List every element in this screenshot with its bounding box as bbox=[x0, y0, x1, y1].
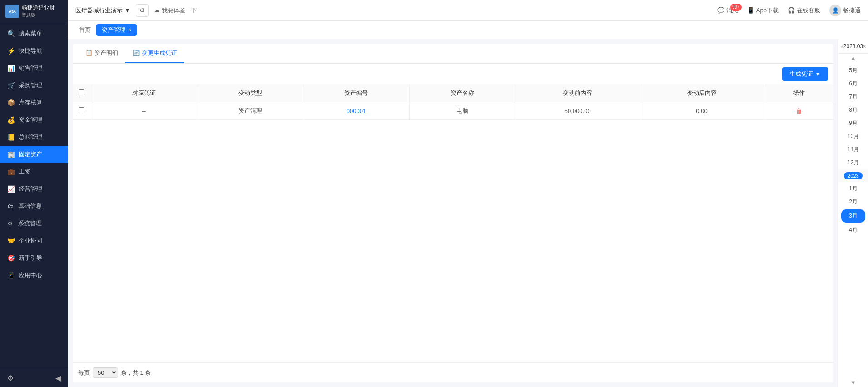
sidebar-item-ledger[interactable]: 📒总账管理 bbox=[0, 129, 68, 146]
sub-tabs: 📋 资产明细 🔄 变更生成凭证 bbox=[73, 44, 833, 64]
calendar-month-5月[interactable]: 5月 bbox=[838, 64, 868, 77]
col-action: 操作 bbox=[764, 84, 833, 102]
message-badge: 99+ bbox=[730, 4, 742, 11]
sidebar: AtA 畅捷通好业财 普及版 🔍搜索菜单⚡快捷导航📊销售管理🛒采购管理📦库存核算… bbox=[0, 0, 68, 387]
sidebar-item-operations[interactable]: 📈经营管理 bbox=[0, 180, 68, 198]
calendar-month-11月[interactable]: 11月 bbox=[838, 143, 868, 156]
chevron-down-icon: ▼ bbox=[850, 379, 856, 386]
per-page-select[interactable]: 102050100 bbox=[93, 367, 118, 378]
base-info-icon: 🗂 bbox=[7, 203, 15, 210]
cell-action: 🗑 bbox=[764, 102, 833, 120]
sales-icon: 📊 bbox=[7, 64, 15, 72]
gear-icon: ⚙ bbox=[139, 7, 145, 14]
sidebar-item-inventory[interactable]: 📦库存核算 bbox=[0, 94, 68, 111]
sidebar-item-app-center[interactable]: 📱应用中心 bbox=[0, 267, 68, 284]
sub-tab-voucher-gen[interactable]: 🔄 变更生成凭证 bbox=[125, 44, 184, 63]
purchase-icon: 🛒 bbox=[7, 82, 15, 89]
calendar-month-8月[interactable]: 8月 bbox=[838, 104, 868, 117]
sidebar-item-sales[interactable]: 📊销售管理 bbox=[0, 60, 68, 77]
select-all-checkbox[interactable] bbox=[79, 89, 84, 95]
headset-icon: 🎧 bbox=[788, 7, 795, 14]
calendar-2023-month-2月[interactable]: 2月 bbox=[838, 195, 868, 208]
avatar: 👤 bbox=[829, 5, 841, 16]
calendar-month-10月[interactable]: 10月 bbox=[838, 130, 868, 143]
sidebar-item-base-info[interactable]: 🗂基础信息 bbox=[0, 198, 68, 215]
calendar-2023-month-4月[interactable]: 4月 bbox=[838, 223, 868, 237]
calendar-month-7月[interactable]: 7月 bbox=[838, 90, 868, 104]
tab-bar: 首页 资产管理 × bbox=[68, 21, 868, 39]
sidebar-label-inventory: 库存核算 bbox=[19, 99, 42, 107]
sidebar-item-sys-manage[interactable]: ⚙系统管理 bbox=[0, 215, 68, 232]
sidebar-label-finance: 资金管理 bbox=[19, 116, 42, 124]
enterprise-icon: 🤝 bbox=[7, 237, 15, 244]
calendar-panel: ⤢ 2023.03 × ▲ 5月6月7月8月9月10月11月12月20231月2… bbox=[838, 39, 868, 387]
user-profile[interactable]: 👤 畅捷通 bbox=[829, 5, 861, 16]
settings-button[interactable]: ⚙ bbox=[136, 4, 149, 17]
app-edition: 普及版 bbox=[22, 12, 55, 18]
calendar-up-btn[interactable]: ▲ bbox=[838, 54, 868, 62]
sidebar-label-ledger: 总账管理 bbox=[19, 133, 42, 141]
calendar-month-6月[interactable]: 6月 bbox=[838, 77, 868, 90]
sidebar-label-operations: 经营管理 bbox=[19, 185, 42, 193]
change-icon: 🔄 bbox=[133, 50, 140, 56]
app-name: 畅捷通好业财 bbox=[22, 5, 55, 12]
sidebar-item-finance[interactable]: 💰资金管理 bbox=[0, 111, 68, 129]
tab-asset-management[interactable]: 资产管理 × bbox=[96, 24, 137, 36]
calendar-close-icon[interactable]: × bbox=[863, 43, 866, 50]
sidebar-item-fixed-assets[interactable]: 🏢固定资产 bbox=[0, 146, 68, 163]
col-asset-code: 资产编号 bbox=[303, 84, 410, 102]
year-badge-2023: 2023 bbox=[844, 172, 862, 179]
cell-after: 0.00 bbox=[640, 102, 764, 120]
sub-tab-asset-list[interactable]: 📋 资产明细 bbox=[78, 44, 125, 63]
inventory-icon: 📦 bbox=[7, 99, 15, 106]
sidebar-item-purchase[interactable]: 🛒采购管理 bbox=[0, 77, 68, 94]
fixed-assets-icon: 🏢 bbox=[7, 151, 15, 158]
content-main: 📋 资产明细 🔄 变更生成凭证 生成凭证 ▼ bbox=[68, 39, 838, 387]
sidebar-item-enterprise[interactable]: 🤝企业协同 bbox=[0, 232, 68, 249]
sidebar-item-salary[interactable]: 💼工资 bbox=[0, 163, 68, 180]
data-table: 对应凭证 变动类型 资产编号 资产名称 变动前内容 变动后内容 操作 bbox=[73, 84, 833, 120]
phone-icon: 📱 bbox=[747, 7, 754, 14]
calendar-2023-month-1月[interactable]: 1月 bbox=[838, 182, 868, 195]
tab-home[interactable]: 首页 bbox=[75, 24, 94, 36]
sidebar-item-guide[interactable]: 🎯新手引导 bbox=[0, 249, 68, 267]
main-area: 医疗器械行业演示 ▼ ⚙ ☁ 我要体验一下 💬 消息 99+ 📱 App下载 🎧… bbox=[68, 0, 868, 387]
topbar-right: 💬 消息 99+ 📱 App下载 🎧 在线客服 👤 畅捷通 bbox=[717, 5, 861, 16]
company-dropdown-icon: ▼ bbox=[124, 7, 130, 14]
col-voucher: 对应凭证 bbox=[91, 84, 197, 102]
calendar-expand-icon[interactable]: ⤢ bbox=[840, 43, 845, 49]
calendar-scroll: 5月6月7月8月9月10月11月12月20231月2月3月4月 bbox=[838, 62, 868, 378]
dropdown-icon: ▼ bbox=[815, 71, 821, 78]
sidebar-label-fixed-assets: 固定资产 bbox=[19, 150, 42, 159]
experience-button[interactable]: ☁ 我要体验一下 bbox=[154, 6, 197, 15]
sidebar-item-quick-nav[interactable]: ⚡快捷导航 bbox=[0, 42, 68, 60]
per-page-label: 每页 bbox=[78, 369, 90, 377]
collapse-icon[interactable]: ◀ bbox=[55, 374, 61, 382]
calendar-month-9月[interactable]: 9月 bbox=[838, 117, 868, 130]
sidebar-item-search[interactable]: 🔍搜索菜单 bbox=[0, 25, 68, 42]
sidebar-label-purchase: 采购管理 bbox=[19, 81, 42, 89]
message-icon: 💬 bbox=[717, 7, 724, 14]
cell-voucher: -- bbox=[91, 102, 197, 120]
messages-button[interactable]: 💬 消息 99+ bbox=[717, 6, 738, 15]
online-service-button[interactable]: 🎧 在线客服 bbox=[788, 6, 820, 15]
app-download-button[interactable]: 📱 App下载 bbox=[747, 6, 779, 15]
generate-voucher-button[interactable]: 生成凭证 ▼ bbox=[782, 67, 828, 81]
logo-icon: AtA bbox=[5, 5, 19, 18]
col-before: 变动前内容 bbox=[516, 84, 640, 102]
sidebar-nav: 🔍搜索菜单⚡快捷导航📊销售管理🛒采购管理📦库存核算💰资金管理📒总账管理🏢固定资产… bbox=[0, 23, 68, 369]
col-after: 变动后内容 bbox=[640, 84, 764, 102]
delete-icon[interactable]: 🗑 bbox=[796, 107, 802, 114]
content-area: 📋 资产明细 🔄 变更生成凭证 生成凭证 ▼ bbox=[68, 39, 868, 387]
guide-icon: 🎯 bbox=[7, 254, 15, 262]
row-checkbox-0[interactable] bbox=[79, 107, 84, 113]
settings-icon[interactable]: ⚙ bbox=[7, 374, 14, 382]
operations-icon: 📈 bbox=[7, 185, 15, 193]
calendar-month-12月[interactable]: 12月 bbox=[838, 156, 868, 169]
sidebar-label-search: 搜索菜单 bbox=[19, 30, 42, 38]
tab-close-icon[interactable]: × bbox=[128, 27, 131, 33]
company-selector[interactable]: 医疗器械行业演示 ▼ bbox=[75, 6, 130, 15]
calendar-down-btn[interactable]: ▼ bbox=[838, 378, 868, 387]
table-wrap: 对应凭证 变动类型 资产编号 资产名称 变动前内容 变动后内容 操作 bbox=[73, 84, 833, 362]
calendar-2023-month-3月[interactable]: 3月 bbox=[841, 209, 865, 223]
